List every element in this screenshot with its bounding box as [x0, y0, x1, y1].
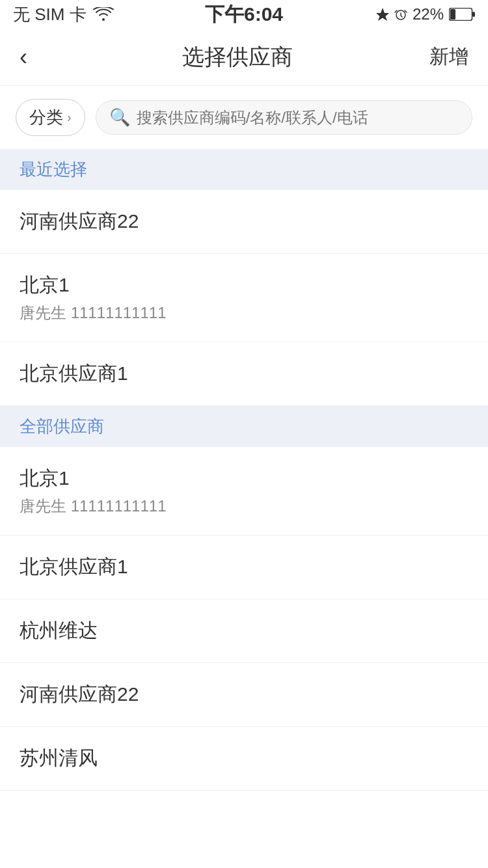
battery-icon — [449, 8, 475, 21]
list-item[interactable]: 北京1唐先生 11111111111 — [0, 447, 488, 536]
list-item[interactable]: 苏州清风 — [0, 727, 488, 791]
list-item-name: 河南供应商22 — [20, 681, 468, 708]
category-button[interactable]: 分类 › — [16, 99, 85, 136]
chevron-right-icon: › — [67, 110, 72, 125]
list-item-name: 北京1 — [20, 465, 468, 492]
list-item[interactable]: 北京供应商1 — [0, 536, 488, 599]
list-item[interactable]: 北京1唐先生 11111111111 — [0, 254, 488, 342]
status-time: 下午6:04 — [205, 1, 283, 28]
list-item-name: 北京供应商1 — [20, 360, 468, 387]
new-button[interactable]: 新增 — [416, 44, 468, 70]
section-header-all: 全部供应商 — [0, 406, 488, 447]
svg-rect-2 — [450, 9, 455, 20]
status-left: 无 SIM 卡 — [13, 3, 114, 26]
sections-container: 最近选择河南供应商22北京1唐先生 11111111111北京供应商1全部供应商… — [0, 149, 488, 791]
alarm-icon — [394, 8, 407, 21]
list-item[interactable]: 北京供应商1 — [0, 342, 488, 406]
search-input[interactable] — [137, 109, 459, 127]
status-bar: 无 SIM 卡 下午6:04 22% — [0, 0, 488, 29]
search-icon: 🔍 — [109, 107, 130, 128]
list-item[interactable]: 杭州维达 — [0, 599, 488, 663]
list-item-sub: 唐先生 11111111111 — [20, 496, 468, 517]
category-label: 分类 — [29, 106, 63, 129]
page-title: 选择供应商 — [182, 42, 293, 72]
search-box[interactable]: 🔍 — [96, 100, 472, 135]
back-button[interactable]: ‹ — [20, 44, 59, 71]
battery-percent: 22% — [413, 5, 444, 23]
list-item-name: 北京1 — [20, 272, 468, 299]
list-item-name: 苏州清风 — [20, 745, 468, 772]
location-icon — [376, 8, 389, 21]
list-item[interactable]: 河南供应商22 — [0, 190, 488, 254]
list-item-name: 杭州维达 — [20, 617, 468, 644]
list-item[interactable]: 河南供应商22 — [0, 663, 488, 727]
wifi-icon — [93, 7, 114, 21]
status-right: 22% — [376, 5, 475, 23]
filter-row: 分类 › 🔍 — [0, 86, 488, 149]
section-header-recent: 最近选择 — [0, 149, 488, 190]
sim-status: 无 SIM 卡 — [13, 3, 87, 26]
list-item-name: 河南供应商22 — [20, 208, 468, 235]
list-item-sub: 唐先生 11111111111 — [20, 303, 468, 323]
list-item-name: 北京供应商1 — [20, 554, 468, 580]
svg-rect-3 — [472, 12, 475, 17]
nav-bar: ‹ 选择供应商 新增 — [0, 29, 488, 86]
